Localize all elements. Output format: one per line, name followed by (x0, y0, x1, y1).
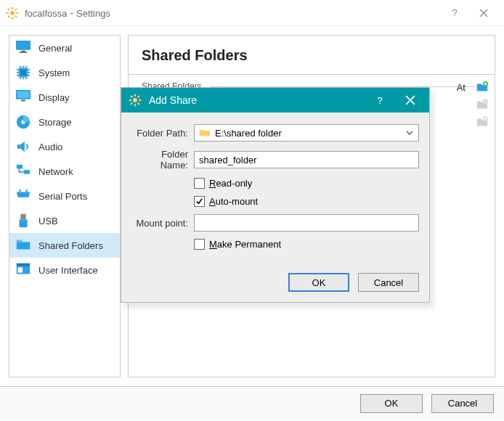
bottombar: OK Cancel (0, 386, 504, 420)
cog-icon (6, 7, 19, 20)
sidebar: General System Display Storage Audio (9, 35, 121, 377)
svg-point-0 (10, 11, 15, 15)
svg-line-8 (15, 9, 17, 10)
table-column-header: At (457, 82, 466, 93)
help-button[interactable]: ? (440, 0, 469, 26)
svg-rect-27 (17, 91, 29, 98)
add-share-button[interactable] (476, 81, 489, 94)
speaker-icon (15, 139, 31, 155)
dialog-ok-button[interactable]: OK (288, 273, 349, 292)
dialog-titlebar: Add Share ? (121, 88, 429, 113)
sidebar-item-system[interactable]: System (9, 60, 120, 85)
serial-port-icon (15, 188, 31, 204)
svg-rect-37 (18, 267, 23, 272)
svg-line-48 (131, 103, 132, 105)
svg-line-6 (15, 15, 17, 17)
sidebar-item-usb[interactable]: USB (9, 208, 120, 233)
mountpoint-input[interactable] (199, 218, 414, 229)
sidebar-item-general[interactable]: General (9, 36, 120, 60)
ok-button[interactable]: OK (360, 394, 423, 413)
svg-point-41 (133, 98, 137, 102)
help-button[interactable]: ? (368, 95, 391, 106)
svg-line-49 (138, 96, 139, 97)
sidebar-item-label: Serial Ports (38, 191, 87, 202)
close-icon[interactable] (399, 95, 422, 105)
svg-rect-36 (17, 263, 30, 266)
svg-line-7 (8, 15, 9, 17)
svg-rect-10 (21, 51, 25, 52)
folder-path-dropdown[interactable] (194, 124, 419, 142)
permanent-checkbox[interactable] (194, 239, 205, 250)
sidebar-item-storage[interactable]: Storage (9, 110, 120, 134)
right-toolbar (476, 81, 489, 128)
readonly-label: Read-only (209, 178, 252, 189)
folder-name-input[interactable] (199, 155, 414, 165)
dialog-cancel-button[interactable]: Cancel (358, 273, 419, 292)
svg-rect-32 (24, 170, 30, 173)
remove-share-button[interactable] (476, 115, 489, 128)
titlebar-text: focalfossa - Settings (25, 7, 440, 19)
svg-line-5 (8, 9, 9, 10)
mountpoint-input-wrapper (194, 214, 419, 232)
display-icon (15, 89, 31, 105)
svg-rect-33 (20, 214, 25, 219)
cancel-button[interactable]: Cancel (431, 394, 494, 413)
sidebar-item-label: Shared Folders (38, 240, 103, 251)
titlebar: focalfossa - Settings ? (0, 0, 504, 26)
disk-icon (15, 114, 31, 130)
folder-name-input-wrapper (194, 151, 419, 168)
chevron-down-icon (405, 128, 414, 137)
svg-line-46 (131, 96, 132, 97)
dialog-body: Folder Path: Folder Name: Read-only (121, 113, 429, 266)
readonly-checkbox-row[interactable]: Read-only (194, 178, 419, 189)
readonly-checkbox[interactable] (194, 178, 205, 189)
automount-checkbox-row[interactable]: Auto-mount (194, 196, 419, 207)
sidebar-item-label: Storage (38, 117, 72, 128)
add-share-dialog: Add Share ? Folder Path: Folder Name: (121, 87, 430, 303)
folder-icon (199, 128, 211, 138)
mountpoint-label: Mount point: (131, 218, 194, 229)
folder-icon (15, 237, 31, 253)
usb-icon (15, 213, 31, 229)
close-button[interactable] (469, 0, 498, 26)
sidebar-item-label: USB (38, 216, 58, 226)
network-icon (15, 163, 31, 179)
dialog-title: Add Share (149, 94, 361, 106)
monitor-icon (15, 40, 31, 56)
sidebar-item-user-interface[interactable]: User Interface (9, 258, 120, 282)
permanent-checkbox-row[interactable]: Make Permanent (194, 239, 419, 250)
folder-name-label: Folder Name: (131, 149, 194, 171)
automount-label: Auto-mount (209, 196, 258, 207)
sidebar-item-label: User Interface (38, 265, 98, 276)
folder-path-label: Folder Path: (131, 128, 194, 139)
svg-rect-34 (20, 219, 28, 227)
svg-rect-28 (21, 100, 25, 102)
folder-path-value[interactable] (215, 128, 401, 139)
sidebar-item-label: Network (38, 166, 73, 177)
svg-point-39 (483, 99, 488, 104)
sidebar-item-network[interactable]: Network (9, 159, 120, 184)
sidebar-item-label: General (38, 43, 72, 54)
window-icon (15, 262, 31, 278)
sidebar-item-label: System (38, 68, 70, 78)
sidebar-item-shared-folders[interactable]: Shared Folders (9, 233, 120, 258)
svg-line-47 (138, 103, 139, 105)
chip-icon (15, 65, 31, 81)
svg-rect-13 (20, 70, 25, 75)
automount-checkbox[interactable] (194, 196, 205, 207)
sidebar-item-audio[interactable]: Audio (9, 134, 120, 159)
page-title: Shared Folders (129, 36, 495, 75)
permanent-label: Make Permanent (209, 239, 281, 250)
sidebar-item-display[interactable]: Display (9, 85, 120, 110)
edit-share-button[interactable] (476, 98, 489, 111)
sidebar-item-serial-ports[interactable]: Serial Ports (9, 184, 120, 208)
svg-rect-11 (19, 52, 27, 52)
sidebar-item-label: Audio (38, 142, 62, 152)
sidebar-item-label: Display (38, 92, 70, 103)
cog-icon (129, 94, 142, 107)
svg-rect-9 (16, 41, 31, 50)
svg-rect-31 (17, 165, 23, 168)
dialog-buttons: OK Cancel (121, 266, 429, 302)
